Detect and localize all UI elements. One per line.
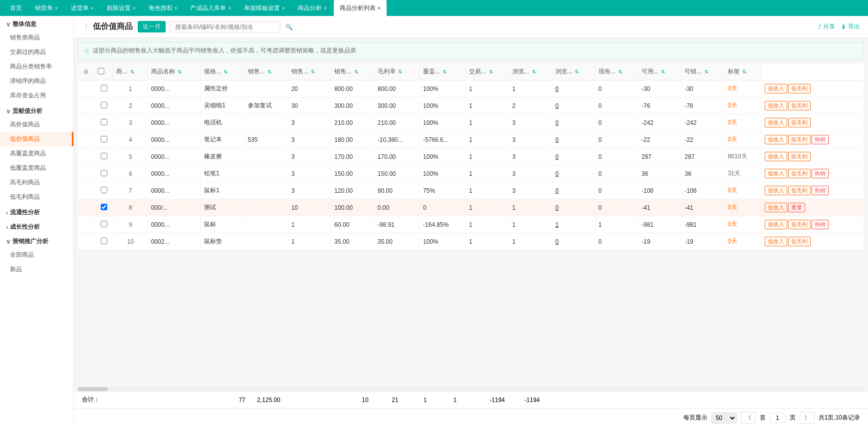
col-tags[interactable]: 标签 ⇅ (724, 63, 761, 80)
col-stock2[interactable]: 可用... ⇅ (639, 63, 681, 80)
row-checkbox[interactable] (101, 204, 107, 210)
sidebar-item-all-products[interactable]: 全部商品 (0, 248, 73, 262)
col-sale1[interactable]: 销售... ⇅ (244, 63, 288, 80)
per-page-select[interactable]: 50 100 200 (711, 413, 737, 424)
nav-close-purchase[interactable]: × (91, 5, 94, 11)
nav-close-sales-order[interactable]: × (55, 5, 58, 11)
row-checkbox[interactable] (101, 102, 107, 108)
collapse-icon-marketing[interactable]: ∨ (6, 238, 10, 245)
sidebar-group-growth[interactable]: › 成长性分析 (0, 219, 73, 233)
col-code[interactable]: 商... ⇅ (113, 63, 148, 80)
col-name[interactable]: 商品名称 ⇅ (148, 63, 201, 80)
time-filter-button[interactable]: 近一月 (138, 21, 166, 32)
sidebar-item-category-sales-rate[interactable]: 商品分类销售率 (0, 59, 73, 74)
nav-close-product-analysis[interactable]: × (324, 5, 327, 11)
nav-product-analysis-list[interactable]: 商品分析列表 × (334, 0, 387, 16)
col-stock1[interactable]: 现有... ⇅ (595, 63, 638, 80)
sidebar-group-circulation[interactable]: › 流通性分析 (0, 204, 73, 219)
col-sale2[interactable]: 销售... ⇅ (288, 63, 331, 80)
collapse-icon-growth[interactable]: › (6, 224, 8, 231)
nav-close-finished-goods[interactable]: × (228, 5, 231, 11)
first-page-button[interactable]: 《 (741, 412, 756, 424)
browse1-value[interactable]: 0 (555, 238, 559, 245)
sidebar-group-marketing[interactable]: ∨ 营销推广分析 (0, 233, 73, 248)
row-browse1[interactable]: 1 (552, 216, 595, 233)
row-checkbox-cell[interactable] (95, 199, 113, 216)
row-checkbox[interactable] (101, 136, 107, 142)
nav-close-permissions[interactable]: × (133, 5, 136, 11)
share-button[interactable]: ⤴ 分享 (818, 22, 835, 31)
sidebar-toggle-icon[interactable]: 《 (82, 22, 88, 31)
nav-close-template[interactable]: × (282, 5, 285, 11)
row-checkbox-cell[interactable] (95, 148, 113, 165)
row-checkbox-cell[interactable] (95, 131, 113, 148)
row-checkbox[interactable] (101, 153, 107, 159)
col-sale3[interactable]: 销售... ⇅ (331, 63, 374, 80)
row-checkbox-cell[interactable] (95, 114, 113, 131)
row-checkbox-cell[interactable] (95, 233, 113, 250)
row-browse1[interactable]: 0 (552, 199, 595, 216)
row-checkbox-cell[interactable] (95, 80, 113, 97)
row-browse1[interactable]: 0 (552, 148, 595, 165)
sidebar-item-stagnant-products[interactable]: 滞销序的商品 (0, 74, 73, 88)
sidebar-item-high-margin[interactable]: 高毛利商品 (0, 175, 73, 190)
col-browse2[interactable]: 浏览... ⇅ (552, 63, 595, 80)
col-browse1[interactable]: 浏览... ⇅ (509, 63, 552, 80)
row-browse1[interactable]: 0 (552, 97, 595, 114)
nav-close-product-analysis-list[interactable]: × (378, 5, 381, 11)
collapse-icon-overall[interactable]: ∨ (6, 21, 10, 28)
sidebar-group-contribution[interactable]: ∨ 贡献值分析 (0, 103, 73, 117)
sidebar-item-new-products[interactable]: 新品 (0, 262, 73, 277)
horizontal-scrollbar[interactable] (78, 387, 864, 391)
col-spec[interactable]: 规格... ⇅ (201, 63, 244, 80)
browse1-value[interactable]: 0 (555, 102, 559, 109)
page-input[interactable] (770, 413, 786, 423)
col-trade[interactable]: 交易... ⇅ (466, 63, 509, 80)
browse1-value[interactable]: 0 (555, 119, 559, 126)
sidebar-item-low-margin[interactable]: 低毛利商品 (0, 190, 73, 204)
nav-home[interactable]: 首页 (4, 0, 28, 16)
nav-roles[interactable]: 角色授权 × (143, 0, 184, 16)
nav-template-settings[interactable]: 单据模板设置 × (238, 0, 291, 16)
sidebar-item-high-value[interactable]: 高价值商品 (0, 117, 73, 132)
browse1-value[interactable]: 1 (555, 221, 559, 228)
row-browse1[interactable]: 0 (552, 182, 595, 199)
row-checkbox[interactable] (101, 85, 107, 91)
row-checkbox[interactable] (101, 221, 107, 227)
row-checkbox-cell[interactable] (95, 97, 113, 114)
row-browse1[interactable]: 0 (552, 165, 595, 182)
row-checkbox[interactable] (101, 238, 107, 244)
col-stock3[interactable]: 可销... ⇅ (681, 63, 724, 80)
col-gross[interactable]: 毛利率 ⇅ (374, 63, 420, 80)
browse1-value[interactable]: 0 (555, 153, 559, 160)
sidebar-group-overall[interactable]: ∨ 整体信息 (0, 16, 73, 30)
nav-permissions[interactable]: 权限设置 × (101, 0, 142, 16)
row-checkbox-cell[interactable] (95, 182, 113, 199)
browse1-value[interactable]: 0 (555, 170, 559, 177)
nav-sales-order[interactable]: 销货单 × (29, 0, 64, 16)
nav-product-analysis[interactable]: 商品分析 × (292, 0, 333, 16)
row-checkbox[interactable] (101, 170, 107, 176)
browse1-value[interactable]: 0 (555, 85, 559, 92)
sidebar-item-inventory-capital[interactable]: 库存资金占用 (0, 88, 73, 103)
collapse-icon-circulation[interactable]: › (6, 209, 8, 216)
sidebar-item-sales-products[interactable]: 销售类商品 (0, 30, 73, 45)
select-all-checkbox[interactable] (98, 68, 104, 74)
row-checkbox-cell[interactable] (95, 216, 113, 233)
sidebar-item-low-value[interactable]: 低价值商品 (0, 132, 73, 146)
collapse-icon-contribution[interactable]: ∨ (6, 108, 10, 115)
row-browse1[interactable]: 0 (552, 131, 595, 148)
row-browse1[interactable]: 0 (552, 233, 595, 250)
row-checkbox[interactable] (101, 187, 107, 193)
search-input[interactable] (171, 21, 280, 32)
browse1-value[interactable]: 0 (555, 204, 559, 211)
col-cover[interactable]: 覆盖... ⇅ (420, 63, 466, 80)
row-checkbox-cell[interactable] (95, 165, 113, 182)
search-icon[interactable]: 🔍 (285, 23, 293, 30)
row-browse1[interactable]: 0 (552, 80, 595, 97)
sidebar-item-low-coverage[interactable]: 低覆盖度商品 (0, 161, 73, 175)
export-button[interactable]: ⬇ 导出 (841, 22, 860, 31)
row-browse1[interactable]: 0 (552, 114, 595, 131)
col-gear[interactable]: ⚙ (78, 63, 95, 80)
sidebar-item-traded-products[interactable]: 交易过的商品 (0, 45, 73, 59)
